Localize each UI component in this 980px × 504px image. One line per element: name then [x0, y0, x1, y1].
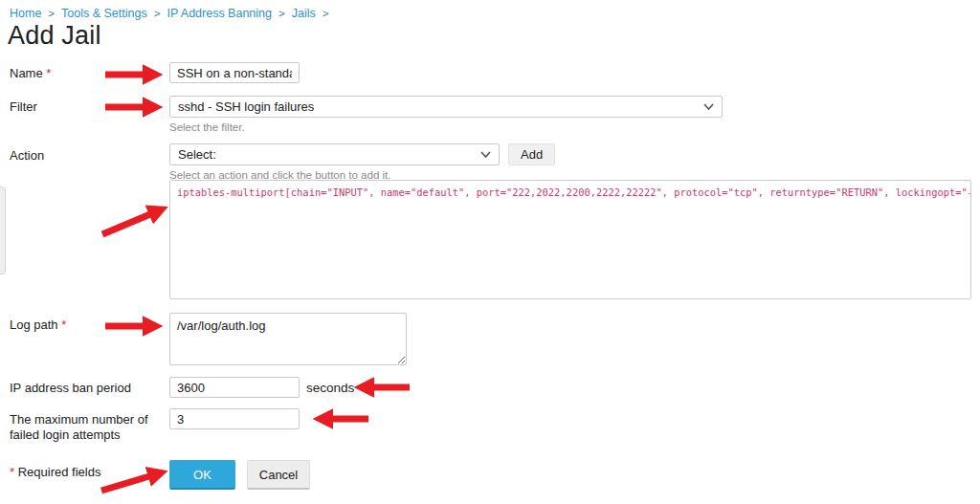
- action-value-textarea[interactable]: iptables-multiport[chain="INPUT", name="…: [169, 180, 971, 299]
- ban-period-label-text: IP address ban period: [10, 381, 131, 395]
- arrow-action-textarea: [102, 214, 150, 234]
- cancel-button[interactable]: Cancel: [247, 460, 310, 490]
- required-asterisk: *: [46, 66, 51, 80]
- max-attempts-input[interactable]: [169, 408, 300, 429]
- action-selected-value: Select:: [178, 147, 216, 162]
- max-attempts-label-text: The maximum number of failed login attem…: [10, 412, 148, 442]
- filter-selected-value: sshd - SSH login failures: [178, 99, 314, 114]
- required-asterisk: *: [10, 465, 14, 479]
- filter-label: Filter: [10, 99, 37, 115]
- breadcrumb-tools-settings[interactable]: Tools & Settings: [61, 7, 147, 20]
- name-input[interactable]: [169, 62, 300, 83]
- required-fields-note: * Required fields: [10, 465, 100, 479]
- action-label-text: Action: [10, 148, 44, 163]
- arrow-ok-button: [101, 476, 149, 491]
- log-path-label-text: Log path: [10, 318, 58, 332]
- breadcrumb: Home > Tools & Settings > IP Address Ban…: [10, 7, 328, 20]
- log-path-label: Log path *: [10, 318, 66, 333]
- name-label: Name *: [10, 66, 51, 81]
- action-select[interactable]: Select:: [169, 143, 500, 165]
- filter-help-text: Select the filter.: [169, 121, 245, 133]
- breadcrumb-ip-address-banning[interactable]: IP Address Banning: [167, 7, 272, 20]
- max-attempts-label: The maximum number of failed login attem…: [10, 412, 165, 443]
- name-label-text: Name: [10, 66, 43, 80]
- filter-select[interactable]: sshd - SSH login failures: [169, 96, 723, 118]
- breadcrumb-separator: >: [48, 8, 55, 19]
- log-path-textarea[interactable]: /var/log/auth.log: [169, 313, 407, 365]
- ok-button[interactable]: OK: [169, 460, 235, 490]
- add-action-button[interactable]: Add: [508, 143, 555, 165]
- breadcrumb-jails[interactable]: Jails: [292, 7, 316, 20]
- chevron-down-icon: [703, 102, 714, 111]
- action-label: Action: [10, 148, 44, 164]
- chevron-down-icon: [480, 150, 491, 159]
- page-title: Add Jail: [8, 21, 101, 51]
- filter-label-text: Filter: [10, 99, 37, 114]
- add-jail-page: Home > Tools & Settings > IP Address Ban…: [0, 0, 980, 504]
- breadcrumb-separator: >: [278, 8, 285, 19]
- breadcrumb-separator: >: [154, 8, 161, 19]
- required-asterisk: *: [61, 318, 66, 332]
- side-panel-handle: [0, 186, 6, 274]
- breadcrumb-separator: >: [323, 8, 329, 19]
- ban-period-label: IP address ban period: [10, 381, 131, 396]
- required-note-text: Required fields: [18, 465, 101, 479]
- ban-period-input[interactable]: [169, 377, 300, 398]
- ban-period-unit: seconds: [306, 381, 354, 395]
- breadcrumb-home[interactable]: Home: [10, 7, 41, 20]
